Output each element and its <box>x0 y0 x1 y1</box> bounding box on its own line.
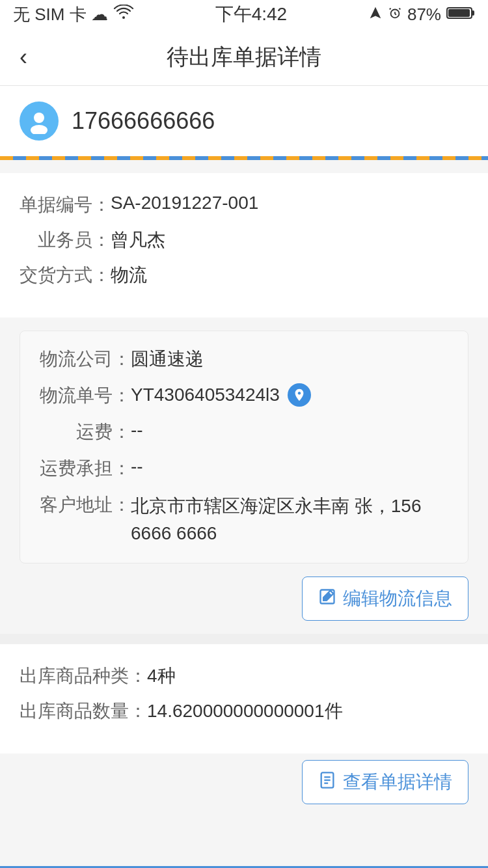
logistics-section: 物流公司： 圆通速递 物流单号： YT43064053424l3 运费： -- … <box>20 331 468 563</box>
goods-quantity-label: 出库商品数量： <box>20 699 147 724</box>
page-title: 待出库单据详情 <box>167 42 321 72</box>
section-divider <box>0 634 488 644</box>
svg-point-4 <box>34 113 44 123</box>
doc-icon <box>318 771 336 794</box>
view-detail-button[interactable]: 查看单据详情 <box>302 760 468 804</box>
address-row: 客户地址： 北京市市辖区海淀区永丰南 张，156 6666 6666 <box>40 493 448 547</box>
back-button[interactable]: ‹ <box>20 44 27 71</box>
spacer <box>0 817 488 868</box>
battery-icon <box>446 5 475 25</box>
logistics-company-row: 物流公司： 圆通速递 <box>40 347 448 372</box>
battery-level: 87% <box>407 5 441 25</box>
dashed-divider <box>0 156 488 160</box>
goods-quantity-value: 14.620000000000001件 <box>147 699 343 724</box>
order-no-row: 单据编号： SA-20191227-001 <box>20 193 468 217</box>
goods-section: 出库商品种类： 4种 出库商品数量： 14.620000000000001件 <box>0 644 488 753</box>
customer-section: 17666666666 <box>0 86 488 156</box>
salesman-label: 业务员： <box>20 228 111 252</box>
status-time: 下午4:42 <box>215 2 288 27</box>
wifi-icon <box>113 5 134 25</box>
nav-bar: ‹ 待出库单据详情 <box>0 29 488 86</box>
address-value: 北京市市辖区海淀区永丰南 张，156 6666 6666 <box>131 493 448 547</box>
svg-point-5 <box>31 125 47 134</box>
salesman-row: 业务员： 曾凡杰 <box>20 228 468 252</box>
avatar <box>20 102 59 141</box>
freight-bearer-row: 运费承担： -- <box>40 456 448 481</box>
logistics-company-label: 物流公司： <box>40 347 131 372</box>
delivery-value: 物流 <box>111 263 468 288</box>
alarm-icon <box>388 5 402 25</box>
edit-logistics-button[interactable]: 编辑物流信息 <box>302 576 468 621</box>
logistics-tracking-label: 物流单号： <box>40 383 131 408</box>
goods-quantity-row: 出库商品数量： 14.620000000000001件 <box>20 699 468 724</box>
svg-rect-2 <box>448 9 470 17</box>
view-btn-container: 查看单据详情 <box>0 753 488 817</box>
freight-bearer-label: 运费承担： <box>40 456 131 481</box>
order-no-label: 单据编号： <box>20 193 111 217</box>
freight-row: 运费： -- <box>40 420 448 444</box>
edit-icon <box>318 588 336 610</box>
tracking-location-icon[interactable] <box>288 383 311 407</box>
sim-status: 无 SIM 卡 ☁ <box>13 3 108 26</box>
logistics-tracking-no: YT43064053424l3 <box>131 385 280 405</box>
order-no-value: SA-20191227-001 <box>111 193 468 213</box>
freight-label: 运费： <box>40 420 131 444</box>
logistics-company-value: 圆通速递 <box>131 347 448 372</box>
status-right: 87% <box>368 5 475 25</box>
freight-bearer-value: -- <box>131 456 448 477</box>
goods-types-value: 4种 <box>147 664 176 688</box>
delivery-row: 交货方式： 物流 <box>20 263 468 288</box>
view-detail-label: 查看单据详情 <box>343 770 452 794</box>
edit-logistics-label: 编辑物流信息 <box>343 586 452 611</box>
logistics-tracking-value-container: YT43064053424l3 <box>131 383 448 407</box>
edit-btn-container: 编辑物流信息 <box>0 576 488 634</box>
delivery-label: 交货方式： <box>20 263 111 288</box>
address-label: 客户地址： <box>40 493 131 517</box>
status-bar: 无 SIM 卡 ☁ 下午4:42 87% <box>0 0 488 29</box>
goods-types-row: 出库商品种类： 4种 <box>20 664 468 688</box>
goods-types-label: 出库商品种类： <box>20 664 147 688</box>
salesman-value: 曾凡杰 <box>111 228 468 252</box>
order-info-section: 单据编号： SA-20191227-001 业务员： 曾凡杰 交货方式： 物流 <box>0 173 488 318</box>
svg-rect-3 <box>472 10 474 16</box>
status-left: 无 SIM 卡 ☁ <box>13 3 134 26</box>
freight-value: -- <box>131 420 448 441</box>
customer-phone: 17666666666 <box>72 107 215 135</box>
logistics-tracking-row: 物流单号： YT43064053424l3 <box>40 383 448 408</box>
location-active-icon <box>368 5 383 25</box>
